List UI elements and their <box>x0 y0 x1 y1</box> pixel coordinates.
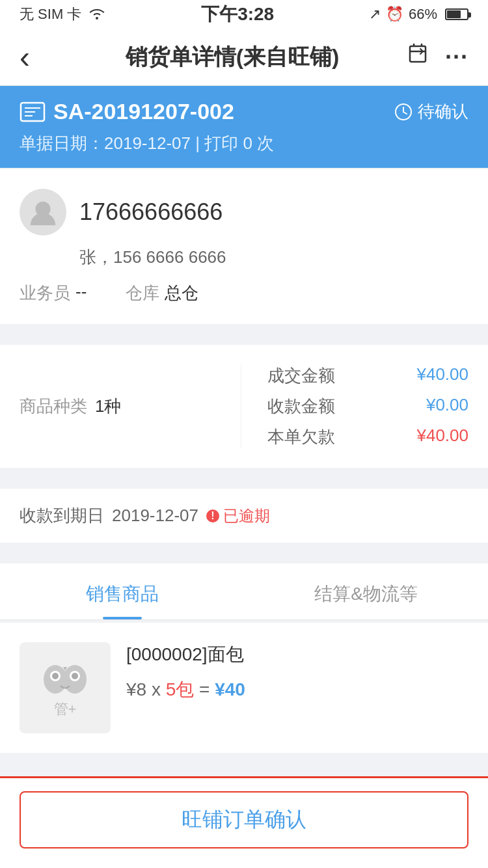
page-title: 销货单详情(来自旺铺) <box>126 42 340 72</box>
product-name: [0000002]面包 <box>126 642 468 667</box>
stats-right: 成交金额 ¥40.00 收款金额 ¥0.00 本单欠款 ¥40.00 <box>241 364 469 448</box>
price-value: ¥8 <box>126 679 146 699</box>
transaction-row: 成交金额 ¥40.00 <box>267 364 469 387</box>
warehouse-value: 总仓 <box>165 282 198 305</box>
svg-point-14 <box>72 673 78 679</box>
status-right: ↗ ⏰ 66% <box>369 6 468 23</box>
order-header-card: SA-20191207-002 待确认 单据日期：2019-12-07 | 打印… <box>0 86 488 168</box>
due-date-label: 收款到期日 <box>20 504 104 527</box>
due-date-value: 2019-12-07 <box>112 506 198 526</box>
order-icon <box>20 100 46 124</box>
overdue-text: 已逾期 <box>223 506 270 526</box>
product-price: ¥8 x 5包 = ¥40 <box>126 677 468 702</box>
overdue-dot-icon: ! <box>206 509 219 522</box>
customer-name: 张，156 6666 6666 <box>20 246 468 269</box>
battery-percent: 66% <box>409 6 437 23</box>
warehouse-label: 仓库 <box>126 282 159 305</box>
confirm-button[interactable]: 旺铺订单确认 <box>20 791 468 848</box>
avatar <box>20 189 66 236</box>
product-item: 管+ [0000002]面包 ¥8 x 5包 = ¥40 <box>20 642 468 733</box>
divider-4 <box>0 620 488 621</box>
price-separator: x <box>152 679 166 699</box>
tabs-section: 销售商品 结算&物流等 <box>0 563 488 620</box>
customer-meta: 业务员 -- 仓库 总仓 <box>20 282 468 305</box>
warehouse-item: 仓库 总仓 <box>126 282 198 305</box>
share-icon[interactable] <box>406 42 429 72</box>
product-section: 管+ [0000002]面包 ¥8 x 5包 = ¥40 <box>0 623 488 753</box>
divider-1 <box>0 324 488 334</box>
sim-label: 无 SIM 卡 <box>20 5 81 24</box>
category-value: 1种 <box>95 395 121 418</box>
collected-row: 收款金额 ¥0.00 <box>267 395 469 418</box>
status-left: 无 SIM 卡 <box>20 5 106 24</box>
order-status: 待确认 <box>394 100 468 123</box>
nav-actions: ··· <box>406 42 468 72</box>
tab-products[interactable]: 销售商品 <box>0 563 244 619</box>
overdue-badge: ! 已逾期 <box>206 506 270 526</box>
collected-value: ¥0.00 <box>426 395 468 418</box>
due-date-section: 收款到期日 2019-12-07 ! 已逾期 <box>0 489 488 543</box>
header-top: SA-20191207-002 待确认 <box>20 99 468 124</box>
svg-rect-0 <box>410 46 426 62</box>
stats-section: 商品种类 1种 成交金额 ¥40.00 收款金额 ¥0.00 本单欠款 ¥40.… <box>0 345 488 468</box>
collected-label: 收款金额 <box>267 395 335 418</box>
due-row: 本单欠款 ¥40.00 <box>267 426 469 448</box>
gps-icon: ↗ <box>369 6 381 23</box>
nav-bar: ‹ 销货单详情(来自旺铺) ··· <box>0 29 488 86</box>
status-time: 下午3:28 <box>201 2 274 27</box>
tab-settlement[interactable]: 结算&物流等 <box>244 563 488 619</box>
wifi-icon <box>88 5 106 23</box>
product-thumbnail: 管+ <box>20 642 111 733</box>
product-info: [0000002]面包 ¥8 x 5包 = ¥40 <box>126 642 468 702</box>
customer-row: 17666666666 <box>20 189 468 236</box>
salesperson-label: 业务员 <box>20 282 70 305</box>
battery-icon <box>445 8 468 20</box>
price-total: ¥40 <box>215 679 245 699</box>
price-equals: = <box>199 679 215 699</box>
brand-logo-icon <box>36 657 94 702</box>
category-label: 商品种类 <box>20 395 87 418</box>
svg-line-7 <box>403 112 407 114</box>
customer-phone: 17666666666 <box>79 198 223 226</box>
salesperson-item: 业务员 -- <box>20 282 87 305</box>
product-thumb-inner: 管+ <box>36 657 94 719</box>
confirm-bar: 旺铺订单确认 <box>0 776 488 868</box>
svg-point-13 <box>52 673 59 679</box>
price-qty: 5包 <box>166 679 195 699</box>
transaction-label: 成交金额 <box>267 364 335 387</box>
order-number: SA-20191207-002 <box>20 99 234 124</box>
status-bar: 无 SIM 卡 下午3:28 ↗ ⏰ 66% <box>0 0 488 29</box>
stats-left: 商品种类 1种 <box>20 364 241 448</box>
transaction-value: ¥40.00 <box>416 364 468 387</box>
due-label: 本单欠款 <box>267 426 335 448</box>
divider-3 <box>0 543 488 553</box>
alarm-icon: ⏰ <box>386 6 403 23</box>
clock-icon <box>394 103 413 121</box>
customer-section: 17666666666 张，156 6666 6666 业务员 -- 仓库 总仓 <box>0 169 488 324</box>
due-value: ¥40.00 <box>416 426 468 448</box>
divider-2 <box>0 468 488 478</box>
back-button[interactable]: ‹ <box>20 39 59 75</box>
salesperson-value: -- <box>75 282 87 305</box>
more-icon[interactable]: ··· <box>445 44 468 71</box>
order-date: 单据日期：2019-12-07 | 打印 0 次 <box>20 132 468 155</box>
